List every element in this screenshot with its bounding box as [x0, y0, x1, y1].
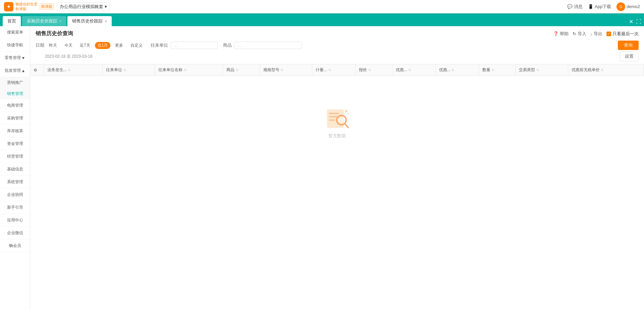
svg-point-7 [345, 110, 347, 112]
chevron-down-icon: ▾ [105, 4, 107, 9]
sort-icon[interactable]: ⇅ [408, 68, 411, 72]
tab-home[interactable]: 首页 [3, 16, 21, 26]
col-spec: 规格型号 ⇅ [260, 64, 312, 76]
col-pretax-price: 优惠前无税单价 ⇅ [568, 64, 644, 76]
data-table: ⚙ 业务发生... ⇅ 往来单位 ⇅ 往来单位名称 ⇅ [30, 64, 644, 166]
sidebar-item-ecommerce[interactable]: 电商管理 [0, 99, 30, 112]
product-input[interactable]: ... [234, 42, 302, 49]
sort-icon[interactable]: ⇅ [328, 68, 331, 72]
top-bar: ✦ 畅捷信好生意 标准版 标准版 办公用品行业模拟账套 ▾ 💬 消息 📱 App… [0, 0, 644, 13]
empty-row: 暂无数据 [30, 76, 644, 166]
tab-fullscreen-button[interactable]: ⛶ [636, 19, 641, 25]
label-tag: 标准版 [40, 3, 54, 10]
app-download-action[interactable]: 📱 App下载 [588, 4, 611, 10]
svg-point-5 [338, 117, 344, 123]
sidebar-sub-item-marketing[interactable]: 营销推广 [0, 77, 30, 88]
export-button[interactable]: ↓ 导出 [590, 31, 603, 37]
import-button[interactable]: ↻ 导入 [573, 31, 586, 37]
counterpart-label: 往来单位 [151, 42, 168, 48]
date-btn-today[interactable]: 今天 [62, 42, 75, 49]
sort-icon[interactable]: ⇅ [451, 68, 454, 72]
product-filter-group: 商品 ... [223, 42, 302, 49]
logo-text: 畅捷信好生意 标准版 [15, 2, 38, 11]
tab-bar-actions: ✕ ⛶ [626, 18, 644, 26]
svg-line-6 [345, 124, 348, 127]
page-header: 销售历史价查询 ❓ 帮助 ↻ 导入 ↓ 导出 ✓ [30, 26, 644, 64]
page-title: 销售历史价查询 [36, 30, 73, 37]
col-product: 商品 ⇅ [223, 64, 260, 76]
download-icon: 📱 [588, 4, 593, 9]
sidebar-item-apps[interactable]: 应用中心 [0, 214, 30, 227]
date-btn-custom[interactable]: 自定义 [128, 42, 145, 49]
sidebar-item-basic-info[interactable]: 基础信息 [0, 163, 30, 176]
sort-icon[interactable]: ⇅ [536, 68, 539, 72]
date-range-row: 2023-02-18 至 2023-03-18 设置 [36, 50, 639, 61]
sort-icon[interactable]: ⇅ [236, 68, 238, 72]
message-icon: 💬 [567, 4, 573, 9]
col-settings[interactable]: ⚙ [30, 64, 44, 76]
sidebar-item-retail[interactable]: 零售管理 ▼ [0, 52, 30, 64]
logo-area: ✦ 畅捷信好生意 标准版 标准版 [4, 2, 54, 11]
col-quantity: 数量 ⇅ [479, 64, 516, 76]
sort-icon[interactable]: ⇅ [491, 68, 494, 72]
sidebar-item-system[interactable]: 系统管理 [0, 176, 30, 189]
sidebar-item-search[interactable]: 搜索菜单 [0, 26, 30, 39]
date-range-text: 2023-02-18 至 2023-03-18 [45, 54, 92, 59]
help-button[interactable]: ❓ 帮助 [553, 31, 569, 37]
sort-icon[interactable]: ⇅ [184, 68, 186, 72]
sidebar-item-enterprise[interactable]: 企业协同 [0, 189, 30, 201]
sidebar-item-wechat[interactable]: 企业微信 [0, 227, 30, 240]
sidebar-sub-item-sales[interactable]: 销售管理 [0, 88, 30, 99]
filter-row: 日期 昨天 今天 近7天 近1月 更多 自定义 往来单位 ... 商品 [36, 41, 639, 50]
logo-icon: ✦ [4, 2, 13, 11]
sidebar-item-quicknav[interactable]: 快捷导航 [0, 39, 30, 52]
sidebar-item-purchase[interactable]: 采购管理 [0, 112, 30, 125]
tab-bar: 首页 采购历史价跟踪 × 销售历史价跟踪 × ✕ ⛶ [0, 13, 644, 26]
help-icon: ❓ [553, 31, 558, 36]
settings-button[interactable]: 设置 [620, 51, 639, 61]
svg-rect-3 [329, 119, 335, 121]
chevron-down-icon: ▼ [21, 56, 25, 60]
date-btn-more[interactable]: 更多 [112, 42, 126, 49]
col-unit: 计量... ⇅ [312, 64, 356, 76]
chevron-up-icon: ▲ [21, 68, 25, 73]
tab-close-sales[interactable]: × [105, 19, 107, 23]
sidebar-item-operations[interactable]: 经营管理 [0, 150, 30, 163]
sort-icon[interactable]: ⇅ [123, 68, 126, 72]
sort-icon[interactable]: ⇅ [368, 68, 371, 72]
empty-state: 暂无数据 [30, 76, 644, 166]
app-selector[interactable]: 办公用品行业模拟账套 ▾ [57, 2, 110, 11]
sort-icon[interactable]: ⇅ [601, 68, 603, 72]
date-filter-group: 日期 昨天 今天 近7天 近1月 更多 自定义 [36, 42, 145, 49]
counterpart-input[interactable]: ... [171, 42, 218, 49]
sidebar-item-finance[interactable]: 资金管理 [0, 138, 30, 150]
top-bar-right: 💬 消息 📱 App下载 D demo2 [567, 2, 640, 11]
sidebar-item-guide[interactable]: 新手引导 [0, 201, 30, 214]
only-last-checkbox-group[interactable]: ✓ 只看最后一次 [606, 31, 639, 37]
table-header-row: ⚙ 业务发生... ⇅ 往来单位 ⇅ 往来单位名称 ⇅ [30, 64, 644, 76]
tab-minimize-button[interactable]: ✕ [629, 18, 633, 25]
avatar: D [616, 2, 625, 11]
date-btn-1month[interactable]: 近1月 [95, 42, 111, 49]
sidebar-item-membership[interactable]: 畅会员 [0, 240, 30, 252]
table-body: 暂无数据 [30, 76, 644, 166]
tab-close-purchase[interactable]: × [59, 19, 61, 23]
sort-icon[interactable]: ⇅ [280, 68, 283, 72]
message-action[interactable]: 💬 消息 [567, 4, 583, 10]
sort-icon[interactable]: ⇅ [68, 68, 70, 72]
svg-rect-2 [329, 116, 337, 117]
only-last-checkbox[interactable]: ✓ [606, 32, 611, 36]
user-menu[interactable]: D demo2 [616, 2, 640, 11]
tab-sales-history[interactable]: 销售历史价跟踪 × [67, 16, 111, 26]
button-group: 查询 [618, 41, 639, 50]
empty-illustration [322, 103, 352, 133]
sidebar-item-wholesale[interactable]: 批发管理 ▲ [0, 64, 30, 77]
col-date: 业务发生... ⇅ [44, 64, 103, 76]
sidebar-item-inventory[interactable]: 库存核算 [0, 125, 30, 138]
page-actions: ❓ 帮助 ↻ 导入 ↓ 导出 ✓ 只看最后一次 [553, 31, 639, 37]
tab-purchase-history[interactable]: 采购历史价跟踪 × [22, 16, 66, 26]
date-btn-7days[interactable]: 近7天 [77, 42, 93, 49]
export-icon: ↓ [590, 31, 593, 36]
date-btn-yesterday[interactable]: 昨天 [46, 42, 60, 49]
query-button[interactable]: 查询 [618, 41, 639, 50]
